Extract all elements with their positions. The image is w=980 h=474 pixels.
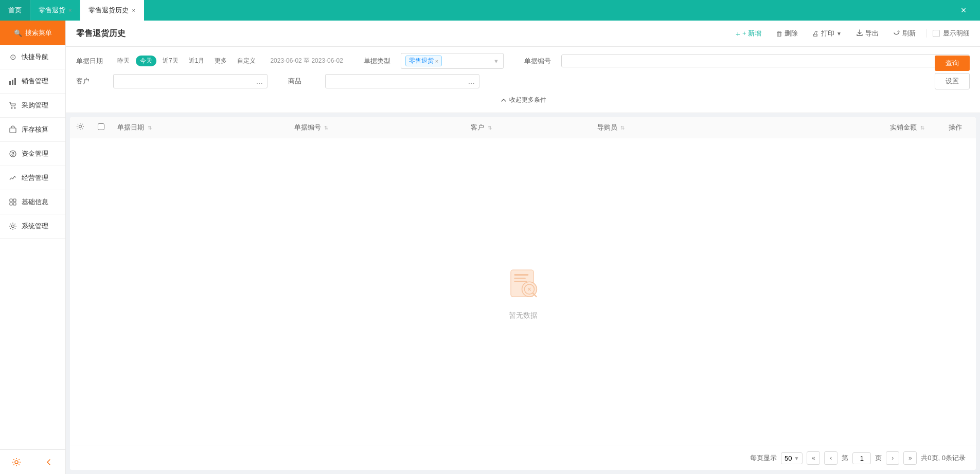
date-btn-today[interactable]: 今天 xyxy=(136,56,156,66)
table-settings-icon[interactable] xyxy=(76,123,84,132)
export-button[interactable]: 导出 xyxy=(852,27,883,40)
th-date: 单据日期 ⇅ xyxy=(111,117,288,138)
per-page-select[interactable]: 50 ▼ xyxy=(781,452,803,464)
svg-point-4 xyxy=(14,107,16,109)
sidebar-item-purchase[interactable]: 采购管理 xyxy=(0,94,65,118)
goods-filter-input[interactable] xyxy=(330,78,466,85)
window-close-button[interactable]: × xyxy=(955,2,972,19)
first-page-button[interactable]: « xyxy=(807,451,820,465)
tab-retail-return[interactable]: 零售退货 × xyxy=(30,0,80,21)
date-btn-yesterday[interactable]: 昨天 xyxy=(113,56,134,66)
svg-rect-7 xyxy=(10,199,12,202)
voucher-filter-input[interactable] xyxy=(561,54,970,67)
per-page-dropdown-icon: ▼ xyxy=(794,455,799,461)
date-filter-label: 单据日期 xyxy=(76,57,105,66)
th-number-sort-icon[interactable]: ⇅ xyxy=(324,125,328,131)
sidebar-item-system[interactable]: 系统管理 xyxy=(0,214,65,239)
sidebar-item-basic-info[interactable]: 基础信息 xyxy=(0,190,65,214)
collapse-bar-wrapper: 收起更多条件 xyxy=(76,94,970,106)
goods-filter-dots[interactable]: ... xyxy=(468,77,475,86)
svg-rect-15 xyxy=(514,274,528,276)
page-unit: 页 xyxy=(875,453,882,463)
type-filter-select[interactable]: 零售退货 × ▼ xyxy=(401,53,504,69)
tab-home-label: 首页 xyxy=(8,6,22,15)
sidebar-item-operations[interactable]: 经营管理 xyxy=(0,166,65,190)
th-action: 操作 xyxy=(935,117,976,138)
sidebar-item-quick-nav-label: 快捷导航 xyxy=(22,52,48,62)
tab-retail-return-label: 零售退货 xyxy=(39,6,65,15)
refresh-icon xyxy=(893,29,900,38)
svg-rect-9 xyxy=(10,203,12,205)
sidebar-item-sales[interactable]: 销售管理 xyxy=(0,69,65,94)
sidebar-item-finance-label: 资金管理 xyxy=(22,149,48,158)
next-page-button[interactable]: › xyxy=(886,451,899,465)
add-icon: + xyxy=(736,29,740,38)
svg-point-3 xyxy=(11,107,13,109)
delete-button[interactable]: 🗑 删除 xyxy=(772,27,802,40)
print-icon: 🖨 xyxy=(812,30,819,38)
query-button[interactable]: 查询 xyxy=(935,56,970,71)
last-page-button[interactable]: » xyxy=(903,451,917,465)
prev-page-button[interactable]: ‹ xyxy=(824,451,838,465)
svg-rect-16 xyxy=(514,278,525,279)
content-area: 零售退货历史 + + 新增 🗑 删除 🖨 打印 ▼ xyxy=(66,21,980,474)
refresh-button[interactable]: 刷新 xyxy=(889,27,920,40)
per-page-label: 每页显示 xyxy=(750,453,777,463)
basic-info-icon xyxy=(8,197,17,207)
page-input[interactable]: 1 xyxy=(852,452,871,464)
print-button[interactable]: 🖨 打印 ▼ xyxy=(808,27,846,40)
page-label: 第 xyxy=(842,453,848,463)
th-amount-sort-icon[interactable]: ⇅ xyxy=(920,125,924,131)
date-btn-1month[interactable]: 近1月 xyxy=(185,56,209,66)
date-btn-7days[interactable]: 近7天 xyxy=(158,56,183,66)
per-page-value: 50 xyxy=(785,454,792,462)
date-btn-more[interactable]: 更多 xyxy=(210,56,231,66)
tab-list: 首页 零售退货 × 零售退货历史 × xyxy=(0,0,955,21)
date-buttons: 昨天 今天 近7天 近1月 更多 自定义 xyxy=(113,56,260,66)
sidebar-item-quick-nav[interactable]: ⊙ 快捷导航 xyxy=(0,45,65,69)
tab-retail-return-history[interactable]: 零售退货历史 × xyxy=(80,0,144,21)
sidebar-item-finance[interactable]: 资金管理 xyxy=(0,142,65,166)
data-table: 单据日期 ⇅ 单据编号 ⇅ 客户 ⇅ xyxy=(70,117,976,138)
th-date-sort-icon[interactable]: ⇅ xyxy=(148,125,152,131)
th-number: 单据编号 ⇅ xyxy=(288,117,465,138)
th-customer: 客户 ⇅ xyxy=(465,117,591,138)
customer-filter-dots[interactable]: ... xyxy=(256,77,263,86)
add-button[interactable]: + + 新增 xyxy=(732,27,765,40)
customer-filter-input[interactable] xyxy=(118,78,254,85)
voucher-filter-label: 单据编号 xyxy=(524,57,553,66)
export-icon xyxy=(856,29,863,38)
collapse-bar[interactable]: 收起更多条件 xyxy=(498,94,548,106)
table-header-row: 单据日期 ⇅ 单据编号 ⇅ 客户 ⇅ xyxy=(70,117,976,138)
th-guide: 导购员 ⇅ xyxy=(591,117,742,138)
sidebar-collapse-button[interactable] xyxy=(33,450,66,474)
sidebar-settings-button[interactable] xyxy=(0,450,33,474)
th-checkbox xyxy=(91,117,111,138)
page-title: 零售退货历史 xyxy=(76,28,126,39)
th-settings xyxy=(70,117,91,138)
sidebar-item-inventory[interactable]: 库存核算 xyxy=(0,118,65,142)
svg-rect-17 xyxy=(514,281,527,282)
tab-retail-return-history-close[interactable]: × xyxy=(132,7,135,13)
th-guide-sort-icon[interactable]: ⇅ xyxy=(620,125,625,131)
sidebar-search-label: 搜索菜单 xyxy=(25,28,52,38)
quick-nav-icon: ⊙ xyxy=(8,52,17,62)
display-toggle[interactable]: 显示明细 xyxy=(933,29,970,38)
th-customer-sort-icon[interactable]: ⇅ xyxy=(488,125,492,131)
tab-home[interactable]: 首页 xyxy=(0,0,30,21)
settings-filter-button[interactable]: 设置 xyxy=(935,73,970,89)
table-container: 单据日期 ⇅ 单据编号 ⇅ 客户 ⇅ xyxy=(70,117,976,470)
sidebar-item-sales-label: 销售管理 xyxy=(22,77,48,86)
select-all-checkbox[interactable] xyxy=(98,123,104,130)
date-btn-custom[interactable]: 自定义 xyxy=(233,56,260,66)
display-toggle-checkbox[interactable] xyxy=(933,30,940,37)
type-filter-remove[interactable]: × xyxy=(435,58,438,64)
tab-retail-return-close[interactable]: × xyxy=(68,7,72,13)
query-buttons: 查询 设置 xyxy=(935,56,970,89)
operations-icon xyxy=(8,173,17,183)
filter-row-1: 单据日期 昨天 今天 近7天 近1月 更多 自定义 2023-06-02 至 2… xyxy=(76,53,970,69)
sidebar-search[interactable]: 🔍 搜索菜单 xyxy=(0,21,65,45)
purchase-icon xyxy=(8,101,17,110)
pagination: 每页显示 50 ▼ « ‹ 第 1 页 › » 共0页, 0条记录 xyxy=(70,446,976,470)
sidebar-bottom xyxy=(0,449,65,474)
